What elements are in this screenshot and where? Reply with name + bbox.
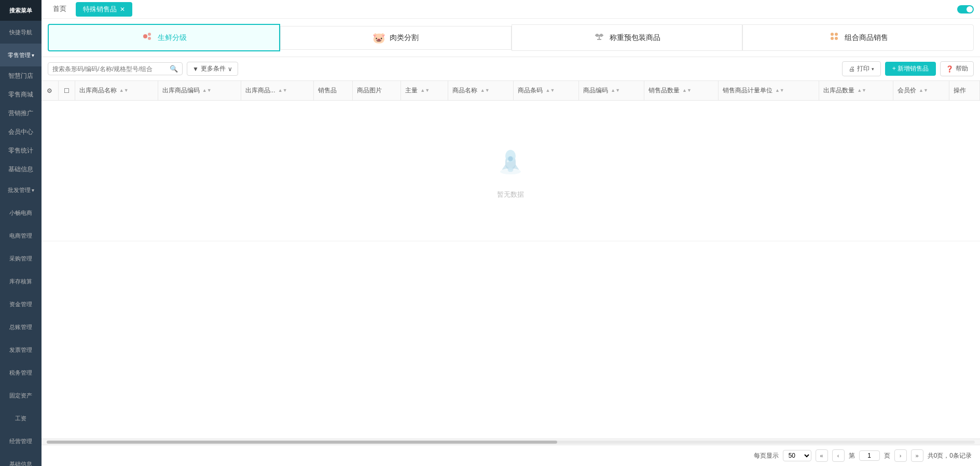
- svg-point-10: [831, 37, 834, 40]
- sidebar-item-inventory[interactable]: 库存核算: [0, 270, 42, 293]
- new-label: + 新增销售品: [892, 64, 929, 73]
- chevron-down-icon: ▾: [872, 66, 874, 72]
- next-page-button[interactable]: ›: [894, 449, 907, 462]
- sort-icon: ▲▼: [202, 88, 212, 93]
- sort-icon: ▲▼: [278, 88, 287, 93]
- print-button[interactable]: 🖨 打印 ▾: [842, 61, 881, 76]
- sidebar-item-retail[interactable]: 零售管理 ▾: [0, 44, 42, 66]
- sidebar-item-basicinfo1[interactable]: 基础信息: [0, 160, 42, 179]
- first-page-button[interactable]: «: [816, 449, 828, 462]
- sidebar-item-label: 基础信息: [9, 460, 32, 467]
- cat-tab-label: 生鲜分级: [158, 33, 187, 43]
- scroll-track: [47, 441, 975, 444]
- sidebar-item-purchase[interactable]: 采购管理: [0, 247, 42, 270]
- sidebar-logo[interactable]: 搜索菜单: [0, 0, 42, 21]
- main-content: 首页 特殊销售品 ✕ 生鲜分级 🐷 肉类分割: [42, 0, 980, 466]
- sidebar-item-fixedassets[interactable]: 固定资产: [0, 384, 42, 407]
- sidebar-item-ecommerce-small[interactable]: 小畅电商: [0, 201, 42, 224]
- cat-tab-meat[interactable]: 🐷 肉类分割: [280, 26, 512, 50]
- sidebar-item-label: 电商管理: [9, 232, 32, 240]
- prev-page-button[interactable]: ‹: [832, 449, 845, 462]
- sidebar-item-smartstore[interactable]: 智慧门店: [0, 66, 42, 85]
- table-settings-col[interactable]: ⚙: [42, 81, 58, 101]
- tab-close-icon[interactable]: ✕: [120, 6, 125, 13]
- horizontal-scrollbar[interactable]: [42, 438, 980, 445]
- search-box[interactable]: 🔍: [48, 62, 183, 75]
- cat-tab-fresh[interactable]: 生鲜分级: [48, 24, 280, 51]
- help-icon: ❓: [946, 65, 954, 73]
- sidebar-item-label: 发票管理: [9, 346, 32, 354]
- table-container: ⚙ ☐ 出库商品名称 ▲▼ 出库商品编码 ▲▼ 出库商品... ▲▼: [42, 81, 980, 438]
- sort-icon: ▲▼: [775, 88, 784, 93]
- sidebar-item-tax[interactable]: 税务管理: [0, 361, 42, 384]
- filter-icon: ▼: [192, 65, 199, 73]
- svg-point-9: [835, 33, 838, 36]
- page-size-select[interactable]: 50 10 20 100: [783, 450, 811, 461]
- tab-home[interactable]: 首页: [48, 0, 72, 19]
- product-table: ⚙ ☐ 出库商品名称 ▲▼ 出库商品编码 ▲▼ 出库商品... ▲▼: [42, 81, 980, 241]
- sidebar-item-quicknav[interactable]: 快捷导航: [0, 21, 42, 44]
- sidebar-item-salary[interactable]: 工资: [0, 407, 42, 430]
- col-outlet-product[interactable]: 出库商品... ▲▼: [241, 81, 313, 101]
- tab-special-sales[interactable]: 特殊销售品 ✕: [76, 2, 132, 17]
- sidebar-item-retailstats[interactable]: 零售统计: [0, 141, 42, 160]
- table-checkbox-col[interactable]: ☐: [58, 81, 75, 101]
- sidebar-item-label: 智慧门店: [8, 72, 33, 80]
- col-action: 操作: [949, 81, 980, 101]
- empty-text: 暂无数据: [497, 190, 524, 199]
- col-outlet-code[interactable]: 出库商品编码 ▲▼: [158, 81, 241, 101]
- empty-state: 暂无数据: [42, 101, 980, 241]
- tab-label: 特殊销售品: [83, 5, 117, 14]
- sort-icon: ▲▼: [480, 88, 490, 93]
- sidebar-item-ecommerce-mgmt[interactable]: 电商管理: [0, 224, 42, 247]
- sort-icon: ▲▼: [919, 88, 928, 93]
- toggle-switch[interactable]: [957, 5, 974, 13]
- col-sales-qty[interactable]: 销售品数量 ▲▼: [644, 81, 718, 101]
- sort-icon: ▲▼: [682, 88, 692, 93]
- col-outlet-name[interactable]: 出库商品名称 ▲▼: [75, 81, 158, 101]
- col-main-qty[interactable]: 主量 ▲▼: [401, 81, 448, 101]
- cat-tab-combo[interactable]: 组合商品销售: [742, 24, 974, 51]
- sidebar-item-finance[interactable]: 资金管理: [0, 293, 42, 316]
- search-input[interactable]: [52, 65, 170, 73]
- col-barcode[interactable]: 商品条码 ▲▼: [514, 81, 579, 101]
- col-outlet-qty[interactable]: 出库品数量 ▲▼: [819, 81, 893, 101]
- svg-point-1: [148, 33, 151, 36]
- cat-tab-weight[interactable]: 称重预包装商品: [512, 24, 743, 51]
- col-product-name[interactable]: 商品名称 ▲▼: [448, 81, 514, 101]
- sort-icon: ▲▼: [857, 88, 866, 93]
- sidebar-item-invoice[interactable]: 发票管理: [0, 338, 42, 361]
- page-number-input[interactable]: [859, 450, 880, 461]
- combo-icon: [828, 30, 840, 45]
- sidebar-item-retailmall[interactable]: 零售商城: [0, 85, 42, 104]
- toolbar-right: 🖨 打印 ▾ + 新增销售品 ❓ 帮助: [842, 61, 974, 76]
- chevron-down-icon: ▾: [32, 52, 34, 58]
- weight-icon: [593, 30, 605, 45]
- print-label: 打印: [857, 64, 869, 73]
- sidebar-item-label: 零售统计: [8, 146, 33, 155]
- sidebar-item-marketing[interactable]: 营销推广: [0, 104, 42, 122]
- sidebar-item-ledger[interactable]: 总账管理: [0, 316, 42, 338]
- new-product-button[interactable]: + 新增销售品: [885, 62, 936, 76]
- page-unit: 页: [884, 451, 890, 460]
- sidebar-item-membership[interactable]: 会员中心: [0, 122, 42, 141]
- col-product-code[interactable]: 商品编码 ▲▼: [578, 81, 644, 101]
- print-icon: 🖨: [849, 65, 855, 73]
- sidebar-item-label: 资金管理: [9, 300, 32, 308]
- sidebar-item-wholesale[interactable]: 批发管理 ▾: [0, 179, 42, 201]
- sidebar: 搜索菜单 快捷导航 零售管理 ▾ 智慧门店 零售商城 营销推广 会员中心 零售统…: [0, 0, 42, 466]
- fresh-grade-icon: [141, 30, 154, 45]
- help-button[interactable]: ❓ 帮助: [940, 61, 974, 76]
- filter-button[interactable]: ▼ 更多条件 ∨: [187, 62, 238, 76]
- last-page-button[interactable]: »: [911, 449, 923, 462]
- col-sales-unit[interactable]: 销售商品计量单位 ▲▼: [718, 81, 819, 101]
- cat-tab-label: 肉类分割: [390, 33, 419, 43]
- svg-point-8: [831, 33, 834, 36]
- sidebar-item-basicinfo2[interactable]: 基础信息: [0, 453, 42, 466]
- col-member-price[interactable]: 会员价 ▲▼: [893, 81, 949, 101]
- cat-tab-label: 称重预包装商品: [610, 33, 660, 43]
- sidebar-item-bizmanage[interactable]: 经营管理: [0, 430, 42, 453]
- sidebar-item-label: 基础信息: [8, 165, 33, 174]
- sidebar-item-label: 固定资产: [9, 392, 32, 400]
- pagination: 每页显示 50 10 20 100 « ‹ 第 页 › » 共0页，0条记录: [42, 445, 980, 466]
